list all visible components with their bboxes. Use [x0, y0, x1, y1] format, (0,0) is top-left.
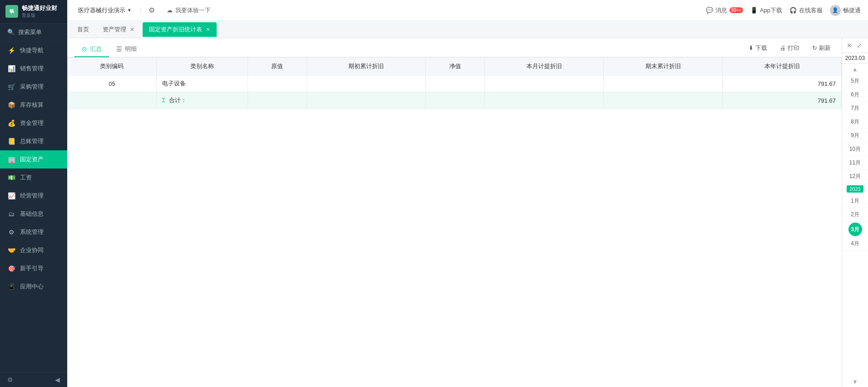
refresh-label: 刷新: [819, 44, 831, 52]
sidebar-item-basics[interactable]: 🗂 基础信息: [0, 205, 67, 223]
close-panel-button[interactable]: ✕: [845, 41, 854, 50]
enterprise-icon: 🤝: [7, 246, 15, 254]
user-name: 畅捷通: [843, 6, 861, 15]
user-avatar-button[interactable]: 👤 畅捷通: [830, 5, 861, 16]
guide-icon: 🎯: [7, 264, 15, 273]
finance-icon: 💰: [7, 119, 15, 127]
col-header-beginning-dep: 期初累计折旧: [307, 58, 426, 75]
content-wrapper: ⊙ 汇总 ☰ 明细 ⬇ 下载 🖨: [67, 38, 868, 387]
search-icon: 🔍: [7, 29, 15, 35]
date-item-2023-1[interactable]: 1月: [842, 194, 868, 208]
inventory-icon: 📦: [7, 101, 15, 109]
sidebar-item-quick-nav[interactable]: ⚡ 快捷导航: [0, 41, 67, 60]
date-list: 5月 6月 7月 8月 9月 10月 11月 12月 2023 1月 2月: [842, 74, 868, 376]
tab-close-icon[interactable]: ✕: [130, 26, 134, 33]
app-logo: 畅: [5, 5, 18, 18]
content-area: ⊙ 汇总 ☰ 明细 ⬇ 下载 🖨: [67, 38, 842, 387]
sub-tab-detail[interactable]: ☰ 明细: [109, 42, 144, 57]
date-item-2023-3-active[interactable]: 3月: [848, 223, 862, 236]
messages-label: 消息: [715, 6, 727, 15]
date-item-11[interactable]: 11月: [842, 156, 868, 170]
sidebar-item-finance[interactable]: 💰 资金管理: [0, 114, 67, 132]
date-item-6[interactable]: 6月: [842, 88, 868, 102]
date-item-7[interactable]: 7月: [842, 102, 868, 115]
scroll-down-button[interactable]: ▼: [850, 376, 861, 387]
online-service-button[interactable]: 🎧 在线客服: [789, 6, 823, 15]
sidebar-item-ledger[interactable]: 📒 总账管理: [0, 132, 67, 150]
footer-settings-icon[interactable]: ⚙: [7, 376, 13, 383]
company-selector[interactable]: 医疗器械行业演示 ▾: [74, 5, 134, 16]
date-item-5[interactable]: 5月: [842, 74, 868, 88]
tab-depreciation-stats[interactable]: 固定资产折旧统计表 ✕: [143, 22, 217, 37]
download-button[interactable]: ⬇ 下载: [745, 42, 771, 54]
basics-icon: 🗂: [7, 210, 15, 218]
summary-tab-icon: ⊙: [82, 45, 87, 53]
date-item-2023-2[interactable]: 2月: [842, 208, 868, 222]
sidebar-item-label: 新手引导: [20, 264, 44, 273]
year-2023-section: 1月 2月 3月 4月: [842, 194, 868, 251]
date-item-2023-4[interactable]: 4月: [842, 237, 868, 251]
date-item-8[interactable]: 8月: [842, 115, 868, 129]
right-panel-header: ✕ ⤢: [842, 38, 868, 53]
col-header-annual-dep: 本年计提折旧: [723, 58, 842, 75]
ledger-icon: 📒: [7, 137, 15, 145]
refresh-button[interactable]: ↻ 刷新: [808, 42, 834, 54]
sidebar-item-label: 快捷导航: [20, 46, 44, 55]
summary-annual-dep: 791.67: [723, 92, 842, 109]
tab-depreciation-label: 固定资产折旧统计表: [149, 25, 202, 34]
footer-collapse-icon[interactable]: ◀: [55, 376, 60, 383]
topbar-divider: |: [140, 7, 141, 14]
tab-home[interactable]: 首页: [72, 23, 94, 36]
topbar-settings-icon[interactable]: ⚙: [147, 4, 157, 16]
sidebar-nav: ⚡ 快捷导航 📊 销售管理 🛒 采购管理 📦 库存核算 💰 资金管理 📒 总账管…: [0, 41, 67, 372]
date-item-9[interactable]: 9月: [842, 129, 868, 143]
expand-panel-button[interactable]: ⤢: [855, 41, 864, 50]
sidebar-item-enterprise[interactable]: 🤝 企业协同: [0, 241, 67, 259]
date-item-12[interactable]: 12月: [842, 170, 868, 184]
sidebar-item-label: 资金管理: [20, 119, 44, 127]
sidebar-item-label: 基础信息: [20, 210, 44, 218]
avatar: 👤: [830, 5, 841, 16]
app-download-button[interactable]: 📱 App下载: [750, 6, 782, 15]
sidebar-footer: ⚙ ◀: [0, 372, 67, 387]
main-content: ⊙ 汇总 ☰ 明细 ⬇ 下载 🖨: [67, 38, 842, 387]
sidebar-item-payroll[interactable]: 💵 工资: [0, 169, 67, 187]
experience-button[interactable]: ☁ 我要体验一下: [162, 5, 215, 16]
sidebar-item-purchase[interactable]: 🛒 采购管理: [0, 78, 67, 96]
summary-empty-code: [68, 92, 157, 109]
col-header-ending-dep: 期末累计折旧: [604, 58, 723, 75]
sidebar-header: 畅 畅捷通好业财 普及版: [0, 0, 67, 24]
scroll-up-button[interactable]: ▲: [850, 64, 861, 74]
app-subtitle: 普及版: [22, 12, 57, 19]
main-area: 医疗器械行业演示 ▾ | ⚙ ☁ 我要体验一下 💬 消息 99++ 📱 App下…: [67, 0, 868, 387]
messages-button[interactable]: 💬 消息 99++: [706, 6, 743, 15]
row-net-value: [426, 75, 485, 92]
sidebar-item-fixed-assets[interactable]: 🏢 固定资产: [0, 150, 67, 169]
row-name: 电子设备: [156, 75, 248, 92]
search-menu-item[interactable]: 🔍 搜索菜单: [0, 24, 67, 41]
tab-asset-management[interactable]: 资产管理 ✕: [96, 22, 141, 37]
col-header-monthly-dep: 本月计提折旧: [485, 58, 604, 75]
row-original-value: [248, 75, 307, 92]
experience-label: 我要体验一下: [175, 6, 211, 15]
depreciation-table: 类别编码 类别名称 原值 期初累计折旧 净值 本月计提折旧 期末累计折旧 本年计…: [67, 57, 842, 109]
sidebar-item-app-center[interactable]: 📱 应用中心: [0, 278, 67, 296]
year-2023-badge: 2023: [847, 185, 863, 193]
company-name: 医疗器械行业演示: [78, 6, 125, 15]
row-annual-dep: 791.67: [723, 75, 842, 92]
tab-close-active-icon[interactable]: ✕: [206, 26, 210, 33]
sidebar-item-inventory[interactable]: 📦 库存核算: [0, 96, 67, 114]
sidebar-item-system[interactable]: ⚙ 系统管理: [0, 223, 67, 241]
right-panel: ✕ ⤢ 2023.03 ▲ 5月 6月 7月 8月 9月 10月 11月 12月: [842, 38, 868, 387]
right-panel-title: 2023.03: [842, 53, 868, 64]
app-title: 畅捷通好业财: [22, 5, 57, 12]
sidebar-item-sales[interactable]: 📊 销售管理: [0, 60, 67, 78]
sub-tab-summary[interactable]: ⊙ 汇总: [74, 42, 109, 57]
sidebar-item-guide[interactable]: 🎯 新手引导: [0, 259, 67, 278]
sidebar: 畅 畅捷通好业财 普及版 🔍 搜索菜单 ⚡ 快捷导航 📊 销售管理 🛒 采购管理…: [0, 0, 67, 387]
date-item-10[interactable]: 10月: [842, 143, 868, 156]
print-button[interactable]: 🖨 打印: [776, 42, 803, 54]
sidebar-item-operations[interactable]: 📈 经营管理: [0, 187, 67, 205]
chevron-down-icon: ▾: [128, 7, 131, 13]
app-download-icon: 📱: [750, 7, 758, 14]
